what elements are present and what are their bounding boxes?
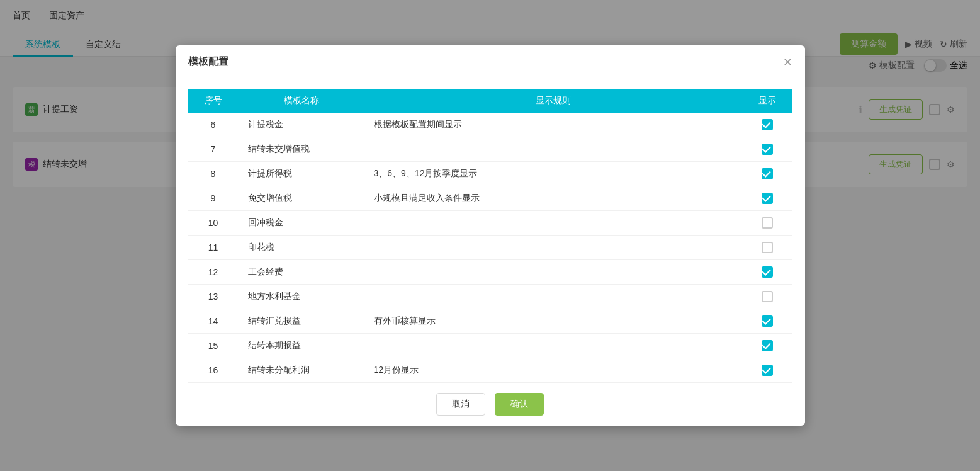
cell-checkbox <box>742 285 792 309</box>
cell-no: 10 <box>188 211 239 236</box>
modal-overlay: 模板配置 ✕ 序号 模板名称 显示规则 显示 6计提税金根据模板配置期间显 <box>0 0 980 471</box>
row-checkbox-16[interactable] <box>762 365 773 376</box>
cell-name: 印花税 <box>239 236 364 260</box>
config-table: 序号 模板名称 显示规则 显示 6计提税金根据模板配置期间显示7结转未交增值税8… <box>188 89 792 383</box>
dialog-close-button[interactable]: ✕ <box>783 57 792 68</box>
cell-no: 14 <box>188 309 239 334</box>
cell-no: 15 <box>188 334 239 358</box>
cell-checkbox <box>742 162 792 186</box>
cell-name: 工会经费 <box>239 260 364 285</box>
cell-name: 回冲税金 <box>239 211 364 236</box>
cell-rule: 3、6、9、12月按季度显示 <box>364 162 742 186</box>
dialog-footer: 取消 确认 <box>176 383 805 426</box>
cell-no: 16 <box>188 358 239 383</box>
cell-no: 6 <box>188 113 239 137</box>
cell-checkbox <box>742 358 792 383</box>
confirm-button[interactable]: 确认 <box>495 393 544 416</box>
col-header-rule: 显示规则 <box>364 89 742 113</box>
row-checkbox-7[interactable] <box>762 144 773 155</box>
cell-no: 13 <box>188 285 239 309</box>
row-checkbox-6[interactable] <box>762 119 773 130</box>
col-header-display: 显示 <box>742 89 792 113</box>
cell-name: 结转本期损益 <box>239 334 364 358</box>
cell-checkbox <box>742 309 792 334</box>
table-row: 15结转本期损益 <box>188 334 792 358</box>
cell-name: 结转未交增值税 <box>239 137 364 162</box>
dialog-title: 模板配置 <box>188 55 228 69</box>
cell-no: 9 <box>188 186 239 211</box>
cell-no: 7 <box>188 137 239 162</box>
cell-checkbox <box>742 186 792 211</box>
table-row: 8计提所得税3、6、9、12月按季度显示 <box>188 162 792 186</box>
dialog-header: 模板配置 ✕ <box>176 45 805 79</box>
row-checkbox-9[interactable] <box>762 193 773 204</box>
cell-name: 计提税金 <box>239 113 364 137</box>
col-header-name: 模板名称 <box>239 89 364 113</box>
table-row: 12工会经费 <box>188 260 792 285</box>
cell-name: 结转汇兑损益 <box>239 309 364 334</box>
table-row: 16结转未分配利润12月份显示 <box>188 358 792 383</box>
cell-checkbox <box>742 137 792 162</box>
table-row: 13地方水利基金 <box>188 285 792 309</box>
cell-name: 地方水利基金 <box>239 285 364 309</box>
row-checkbox-14[interactable] <box>762 315 773 327</box>
cell-name: 计提所得税 <box>239 162 364 186</box>
cell-no: 8 <box>188 162 239 186</box>
row-checkbox-8[interactable] <box>762 168 773 179</box>
cell-rule <box>364 285 742 309</box>
cell-checkbox <box>742 236 792 260</box>
row-checkbox-11[interactable] <box>762 242 773 253</box>
cell-rule: 根据模板配置期间显示 <box>364 113 742 137</box>
cell-rule <box>364 137 742 162</box>
table-row: 7结转未交增值税 <box>188 137 792 162</box>
table-wrapper[interactable]: 序号 模板名称 显示规则 显示 6计提税金根据模板配置期间显示7结转未交增值税8… <box>188 89 792 383</box>
cancel-button[interactable]: 取消 <box>436 393 485 416</box>
row-checkbox-12[interactable] <box>762 266 773 278</box>
table-row: 11印花税 <box>188 236 792 260</box>
row-checkbox-15[interactable] <box>762 340 773 351</box>
cell-checkbox <box>742 113 792 137</box>
cell-rule <box>364 236 742 260</box>
cell-name: 结转未分配利润 <box>239 358 364 383</box>
table-row: 9免交增值税小规模且满足收入条件显示 <box>188 186 792 211</box>
cell-checkbox <box>742 334 792 358</box>
cell-no: 12 <box>188 260 239 285</box>
cell-rule <box>364 211 742 236</box>
cell-rule: 小规模且满足收入条件显示 <box>364 186 742 211</box>
cell-rule: 有外币核算显示 <box>364 309 742 334</box>
cell-checkbox <box>742 211 792 236</box>
cell-rule <box>364 260 742 285</box>
template-config-dialog: 模板配置 ✕ 序号 模板名称 显示规则 显示 6计提税金根据模板配置期间显 <box>176 45 805 426</box>
dialog-body: 序号 模板名称 显示规则 显示 6计提税金根据模板配置期间显示7结转未交增值税8… <box>176 79 805 383</box>
table-row: 10回冲税金 <box>188 211 792 236</box>
cell-rule: 12月份显示 <box>364 358 742 383</box>
row-checkbox-13[interactable] <box>762 291 773 302</box>
col-header-no: 序号 <box>188 89 239 113</box>
cell-checkbox <box>742 260 792 285</box>
row-checkbox-10[interactable] <box>762 217 773 229</box>
table-row: 6计提税金根据模板配置期间显示 <box>188 113 792 137</box>
cell-rule <box>364 334 742 358</box>
table-row: 14结转汇兑损益有外币核算显示 <box>188 309 792 334</box>
cell-name: 免交增值税 <box>239 186 364 211</box>
cell-no: 11 <box>188 236 239 260</box>
